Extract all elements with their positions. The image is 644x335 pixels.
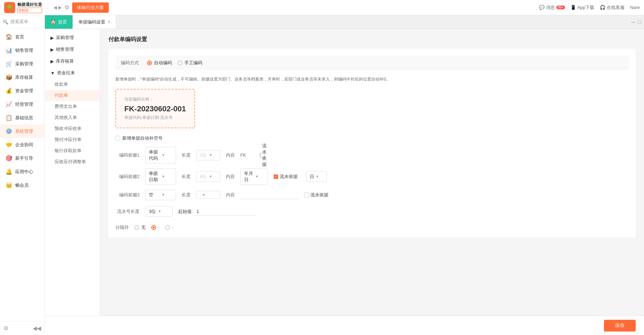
app-download-button[interactable]: 📱 App下载 (570, 4, 594, 11)
tabbar-actions: ─ □ (628, 15, 644, 29)
manual-encoding-radio[interactable]: 手工编码 (177, 60, 202, 66)
serial-length-arrow: ▼ (158, 210, 161, 213)
menu-item-ap-ar-adjust[interactable]: 应收应付调整单 (45, 156, 100, 167)
sidebar-item-collab[interactable]: 🤝 企业协同 (0, 138, 45, 151)
form-rows: 编码前缀1 单据代码 ▼ 长度 2位 ▼ 内容 FK (115, 147, 629, 231)
message-icon: 💬 (539, 5, 545, 10)
length3-label: 长度 (182, 192, 191, 198)
stream2-checkbox[interactable]: ✓ (273, 174, 278, 179)
encoding-method-row: 编码方式 自动编码 手工编码 (115, 56, 629, 70)
messages-button[interactable]: 💬 消息 99+ (539, 4, 565, 11)
menu-header-inventory[interactable]: ▶ 库存核算 (45, 55, 100, 67)
capital-menu-items: 收款单 付款单 费用支出单 其他收入单 预收冲应收单 预付冲应付单 银行存取款单… (45, 79, 100, 167)
auto-encoding-radio[interactable]: 自动编码 (147, 60, 172, 66)
serial-length-label: 流水号长度 (115, 208, 140, 215)
stream2-checkbox-group: ✓ 流水依据 (273, 174, 298, 180)
content2-select[interactable]: 年月日 ▼ (240, 168, 268, 185)
separator-radio-group: 无 · · (134, 224, 173, 231)
stream1-checkbox[interactable]: 流水依据 (260, 153, 265, 158)
menu-header-sales[interactable]: ▶ 销售管理 (45, 44, 100, 55)
sidebar-item-guide[interactable]: 🎯 新手引导 (0, 151, 45, 165)
sep-none-radio[interactable]: 无 (134, 224, 146, 231)
sep-dot2-radio[interactable]: · (165, 225, 173, 230)
sidebar-item-system[interactable]: ⚙️ 系统管理 (0, 124, 45, 138)
menu-item-receipt[interactable]: 收款单 (45, 79, 100, 90)
auto-radio-circle (147, 61, 152, 65)
length3-select[interactable]: ▼ (196, 191, 220, 199)
save-button[interactable]: 保存 (604, 320, 636, 332)
business-icon: 📈 (6, 101, 12, 108)
serial-length-select[interactable]: 3位 ▼ (145, 206, 173, 217)
length1-label: 长度 (182, 152, 191, 158)
home-icon: 🏠 (6, 34, 12, 40)
prefix1-label: 编码前缀1 (115, 152, 140, 158)
menu-item-bank-deposit[interactable]: 银行存取款单 (45, 145, 100, 156)
sep-dot2-circle (165, 225, 170, 230)
collapse-icon[interactable]: ◀◀ (33, 325, 41, 332)
main-card: 编码方式 自动编码 手工编码 (108, 49, 636, 238)
apps-icon: 🔔 (6, 168, 12, 175)
menu-header-purchase[interactable]: ▶ 采购管理 (45, 32, 100, 44)
tabbar: 🏠 首页 单据编码设置 ✕ ─ □ (45, 15, 644, 29)
sidebar-item-finance[interactable]: 💰 资金管理 (0, 84, 45, 97)
menu-item-other-income[interactable]: 其他收入单 (45, 112, 100, 123)
length2-select[interactable]: 8位 ▼ (196, 171, 220, 182)
content2-label: 内容 (226, 174, 235, 180)
minimize-icon[interactable]: ─ (631, 19, 635, 25)
sidebar-item-business[interactable]: 📈 经营管理 (0, 97, 45, 111)
user-avatar[interactable]: Nare (630, 3, 640, 12)
stream2-label: 流水依据 (280, 174, 298, 180)
sidebar-item-sales[interactable]: 📊 销售管理 (0, 44, 45, 57)
day-select[interactable]: 日 ▼ (306, 171, 327, 182)
stream1-box[interactable] (260, 153, 261, 158)
sep-dot-dot (153, 226, 155, 229)
sidebar-item-apps[interactable]: 🔔 应用中心 (0, 165, 45, 178)
sidebar-item-member[interactable]: 👑 畅会员 (0, 178, 45, 192)
sales-icon: 📊 (6, 47, 12, 54)
tab-home[interactable]: 🏠 首页 (45, 15, 73, 29)
search-icon: 🔍 (3, 19, 8, 25)
separator-label: 分隔符 (115, 224, 129, 231)
guide-icon: 🎯 (6, 155, 12, 161)
sidebar-item-home[interactable]: 🏠 首页 (0, 30, 45, 44)
prefix3-label: 编码前缀3 (115, 192, 140, 198)
online-service-button[interactable]: 🎧 在线客服 (600, 4, 625, 11)
trial-button[interactable]: 体验行业方案 (72, 2, 109, 13)
stream1-label: 流水依据 (262, 143, 267, 168)
menu-item-pre-payable[interactable]: 预付冲应付单 (45, 134, 100, 145)
search-menu[interactable]: 🔍 搜索菜单 (0, 15, 45, 29)
content-area: 🏠 首页 单据编码设置 ✕ ─ □ ▶ 采购管理 (45, 15, 644, 335)
encoding-method-label: 编码方式 (121, 60, 139, 66)
main-layout: 🔍 搜索菜单 🏠 首页 📊 销售管理 🛒 采购管理 📦 库存核算 💰 (0, 15, 644, 335)
content3-input[interactable] (240, 191, 299, 199)
serial-start-input[interactable] (194, 207, 257, 216)
stream3-checkbox[interactable] (304, 193, 309, 197)
system-icon: ⚙️ (6, 128, 12, 134)
basic-icon: 📋 (6, 114, 12, 121)
length3-arrow: ▼ (202, 193, 205, 197)
prefix2-select[interactable]: 单据日期 ▼ (145, 168, 176, 185)
sidebar-item-inventory[interactable]: 📦 库存核算 (0, 71, 45, 84)
sidebar-item-basic[interactable]: 📋 基础信息 (0, 111, 45, 124)
menu-item-pre-receivable[interactable]: 预收冲应收单 (45, 123, 100, 134)
tab-encoding-settings[interactable]: 单据编码设置 ✕ (73, 15, 116, 29)
menu-item-expense[interactable]: 费用支出单 (45, 101, 100, 112)
menu-item-payment[interactable]: 付款单 (45, 90, 100, 101)
settings-footer-icon[interactable]: ⚙ (3, 325, 8, 332)
tab-close-icon[interactable]: ✕ (107, 20, 110, 24)
length1-select[interactable]: 2位 ▼ (196, 150, 220, 160)
prefix1-select[interactable]: 单据代码 ▼ (145, 147, 176, 164)
chevron-right-icon: ▶ (50, 35, 54, 40)
logo-icon: 🍀 (4, 2, 15, 13)
new-record-checkbox[interactable] (115, 136, 120, 141)
sep-dot-radio[interactable]: · (151, 225, 160, 230)
nav-arrows[interactable]: ◀ ▶ (54, 5, 62, 10)
settings-icon[interactable]: ⚙ (65, 4, 69, 11)
prefix3-select[interactable]: 空 ▼ (145, 190, 176, 200)
content1-value: FK (240, 151, 254, 159)
service-icon: 🎧 (600, 5, 605, 10)
sidebar-item-purchase[interactable]: 🛒 采购管理 (0, 57, 45, 71)
menu-header-capital[interactable]: ▼ 资金往来 (45, 67, 100, 79)
content3-label: 内容 (226, 192, 235, 198)
maximize-icon[interactable]: □ (638, 19, 641, 25)
